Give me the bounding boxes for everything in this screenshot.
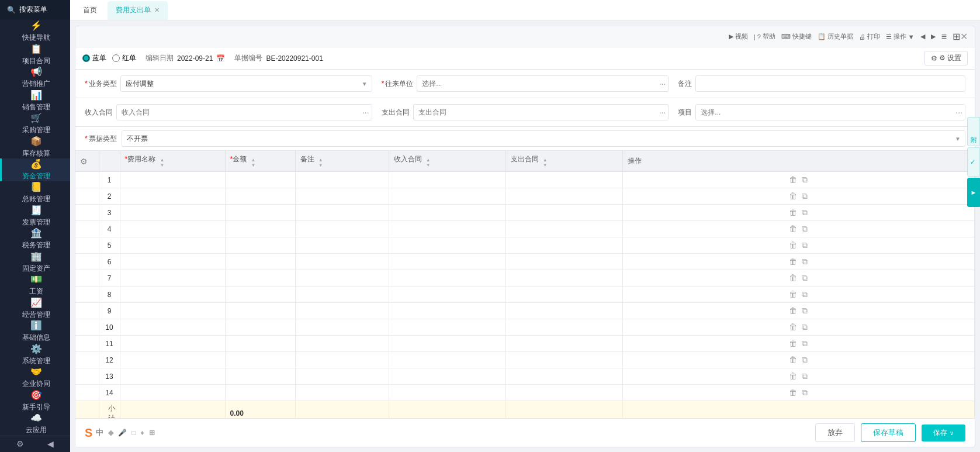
col-remark-sort[interactable]: ▲▼ xyxy=(318,158,323,168)
row-remark-cell[interactable] xyxy=(295,172,389,188)
row-delete-icon[interactable]: 🗑 xyxy=(789,208,797,218)
row-income-cell[interactable] xyxy=(389,352,505,368)
brand-icon-diamond[interactable]: ◆ xyxy=(108,429,113,437)
row-delete-icon[interactable]: 🗑 xyxy=(789,306,797,316)
row-copy-icon[interactable]: ⧉ xyxy=(802,257,808,267)
volume-icon[interactable]: ◀ xyxy=(47,439,54,448)
tab-close-icon[interactable]: ✕ xyxy=(154,6,160,14)
print-action[interactable]: 🖨 打印 xyxy=(859,32,880,41)
col-name-sort[interactable]: ▲▼ xyxy=(160,158,165,168)
row-amount-cell[interactable] xyxy=(225,352,295,368)
tab-home[interactable]: 首页 xyxy=(75,1,105,20)
table-row[interactable]: 13 🗑 ⧉ xyxy=(75,368,975,385)
row-remark-cell[interactable] xyxy=(295,287,389,303)
row-amount-cell[interactable] xyxy=(225,221,295,237)
row-amount-cell[interactable] xyxy=(225,303,295,319)
row-expense-cell[interactable] xyxy=(505,368,622,385)
table-row[interactable]: 2 🗑 ⧉ xyxy=(75,188,975,205)
row-expense-cell[interactable] xyxy=(505,237,622,254)
row-copy-icon[interactable]: ⧉ xyxy=(802,371,808,381)
row-remark-cell[interactable] xyxy=(295,270,389,287)
table-row[interactable]: 14 🗑 ⧉ xyxy=(75,385,975,401)
row-name-cell[interactable] xyxy=(120,270,225,287)
row-copy-icon[interactable]: ⧉ xyxy=(802,289,808,299)
sidebar-item-sales[interactable]: 📊 销售管理 xyxy=(0,89,70,112)
row-expense-cell[interactable] xyxy=(505,270,622,287)
sidebar-item-inventory[interactable]: 📦 库存核算 xyxy=(0,135,70,158)
row-delete-icon[interactable]: 🗑 xyxy=(789,289,797,299)
row-delete-icon[interactable]: 🗑 xyxy=(789,339,797,349)
col-remark-header[interactable]: 备注 ▲▼ xyxy=(295,151,389,172)
row-income-cell[interactable] xyxy=(389,188,505,205)
row-copy-icon[interactable]: ⧉ xyxy=(802,388,808,398)
row-income-cell[interactable] xyxy=(389,237,505,254)
col-income-header[interactable]: 收入合同 ▲▼ xyxy=(389,151,505,172)
table-row[interactable]: 6 🗑 ⧉ xyxy=(75,254,975,270)
brand-icon-mic[interactable]: 🎤 xyxy=(118,429,127,437)
row-remark-cell[interactable] xyxy=(295,336,389,352)
row-delete-icon[interactable]: 🗑 xyxy=(789,355,797,365)
row-amount-cell[interactable] xyxy=(225,237,295,254)
row-remark-cell[interactable] xyxy=(295,352,389,368)
row-income-cell[interactable] xyxy=(389,254,505,270)
table-settings-icon[interactable]: ⚙ xyxy=(80,157,88,166)
table-row[interactable]: 1 🗑 ⧉ xyxy=(75,172,975,188)
row-name-cell[interactable] xyxy=(120,254,225,270)
view-list-btn[interactable]: ≡ xyxy=(941,32,947,42)
row-amount-cell[interactable] xyxy=(225,172,295,188)
row-expense-cell[interactable] xyxy=(505,319,622,336)
row-name-cell[interactable] xyxy=(120,368,225,385)
sidebar-item-project-contract[interactable]: 📋 项目合同 xyxy=(0,43,70,65)
nav-next-btn[interactable]: ▶ xyxy=(931,33,936,40)
row-remark-cell[interactable] xyxy=(295,368,389,385)
partner-dots-btn[interactable]: ··· xyxy=(659,79,666,88)
row-remark-cell[interactable] xyxy=(295,319,389,336)
col-name-header[interactable]: *费用名称 ▲▼ xyxy=(120,151,225,172)
right-panel-arrow-btn[interactable]: ► xyxy=(967,178,980,207)
row-copy-icon[interactable]: ⧉ xyxy=(802,191,808,201)
row-income-cell[interactable] xyxy=(389,270,505,287)
row-name-cell[interactable] xyxy=(120,188,225,205)
row-amount-cell[interactable] xyxy=(225,188,295,205)
income-contract-input[interactable] xyxy=(122,108,362,116)
table-row[interactable]: 11 🗑 ⧉ xyxy=(75,336,975,352)
table-row[interactable]: 8 🗑 ⧉ xyxy=(75,287,975,303)
table-row[interactable]: 10 🗑 ⧉ xyxy=(75,319,975,336)
sidebar-item-basic[interactable]: ℹ️ 基础信息 xyxy=(0,320,70,343)
row-delete-icon[interactable]: 🗑 xyxy=(789,257,797,267)
row-name-cell[interactable] xyxy=(120,205,225,221)
row-name-cell[interactable] xyxy=(120,237,225,254)
discard-button[interactable]: 放弃 xyxy=(815,423,855,442)
row-expense-cell[interactable] xyxy=(505,221,622,237)
blue-bill-radio[interactable]: 蓝单 xyxy=(82,53,106,63)
window-close-btn[interactable]: ✕ xyxy=(960,31,968,42)
help-action[interactable]: | ? 帮助 xyxy=(754,32,775,41)
row-expense-cell[interactable] xyxy=(505,336,622,352)
row-expense-cell[interactable] xyxy=(505,254,622,270)
table-row[interactable]: 4 🗑 ⧉ xyxy=(75,221,975,237)
brand-icon-zhong[interactable]: 中 xyxy=(96,427,103,438)
row-delete-icon[interactable]: 🗑 xyxy=(789,191,797,201)
red-bill-radio[interactable]: 红单 xyxy=(112,53,136,63)
col-amount-header[interactable]: *金额 ▲▼ xyxy=(225,151,295,172)
row-delete-icon[interactable]: 🗑 xyxy=(789,224,797,234)
col-income-sort[interactable]: ▲▼ xyxy=(426,158,431,168)
row-income-cell[interactable] xyxy=(389,172,505,188)
row-amount-cell[interactable] xyxy=(225,336,295,352)
sidebar-item-fixed-assets[interactable]: 🏢 固定资产 xyxy=(0,251,70,274)
row-name-cell[interactable] xyxy=(120,303,225,319)
col-expense-sort[interactable]: ▲▼ xyxy=(543,158,548,168)
settings-btn[interactable]: ⚙ ⚙ 设置 xyxy=(924,51,968,65)
expense-dots-btn[interactable]: ··· xyxy=(659,108,666,117)
nav-prev-btn[interactable]: ◀ xyxy=(920,33,925,40)
row-name-cell[interactable] xyxy=(120,172,225,188)
video-action[interactable]: ▶ 视频 xyxy=(729,32,748,41)
table-row[interactable]: 12 🗑 ⧉ xyxy=(75,352,975,368)
sidebar-item-system[interactable]: ⚙️ 系统管理 xyxy=(0,343,70,366)
save-button[interactable]: 保存 ∨ xyxy=(922,425,965,441)
row-copy-icon[interactable]: ⧉ xyxy=(802,175,808,185)
operation-action[interactable]: ☰ 操作 ▼ xyxy=(886,32,915,41)
row-amount-cell[interactable] xyxy=(225,205,295,221)
row-copy-icon[interactable]: ⧉ xyxy=(802,355,808,365)
row-delete-icon[interactable]: 🗑 xyxy=(789,371,797,381)
